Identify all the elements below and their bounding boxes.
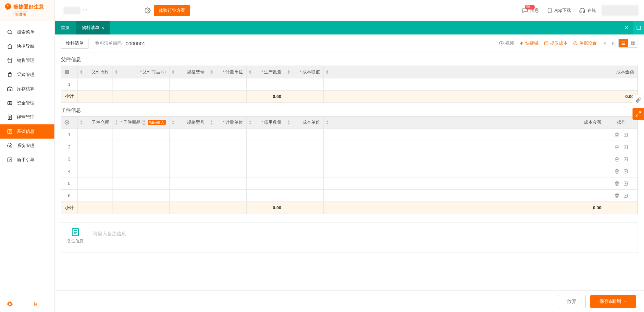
child-cell[interactable] — [169, 165, 208, 177]
child-row[interactable]: 3 — [61, 153, 638, 165]
delete-row-icon[interactable] — [615, 169, 619, 174]
gear-header[interactable] — [61, 66, 77, 78]
doc-settings-link[interactable]: 单据设置 — [573, 40, 597, 46]
parent-row[interactable]: 1 — [61, 78, 638, 90]
discard-button[interactable]: 放弃 — [558, 295, 586, 308]
add-row-icon[interactable] — [623, 145, 628, 149]
tabs-close-all[interactable] — [620, 21, 633, 34]
tab-close-icon[interactable]: × — [101, 25, 104, 30]
child-row[interactable]: 1 — [61, 129, 638, 141]
child-cell[interactable] — [77, 177, 113, 190]
child-cell[interactable] — [246, 129, 285, 141]
sidebar-item-8[interactable]: 系统管理 — [0, 139, 54, 153]
tab-current[interactable]: 物料清单 × — [76, 21, 110, 34]
child-cell[interactable] — [285, 165, 323, 177]
scan-badge[interactable]: 扫码录入 — [148, 120, 166, 125]
delete-row-icon[interactable] — [615, 193, 619, 198]
child-cell[interactable] — [246, 177, 285, 190]
child-cell[interactable] — [169, 153, 208, 165]
sidebar-item-1[interactable]: 快捷导航 — [0, 39, 54, 53]
child-cell[interactable] — [246, 153, 285, 165]
tab-home[interactable]: 首页 — [55, 21, 76, 34]
delete-row-icon[interactable] — [615, 157, 619, 162]
parent-cell[interactable] — [246, 78, 285, 90]
child-cell[interactable] — [285, 141, 323, 153]
user-avatar-blur[interactable] — [601, 5, 639, 16]
sidebar-item-3[interactable]: 采购管理 — [0, 68, 54, 82]
child-cell[interactable] — [246, 141, 285, 153]
child-cell[interactable] — [113, 190, 169, 202]
view-list-icon[interactable] — [619, 39, 628, 47]
child-cell[interactable] — [285, 177, 323, 190]
parent-header-0[interactable]: ▲▼父件仓库 — [77, 66, 113, 78]
child-cell[interactable] — [208, 141, 246, 153]
sub-tab[interactable]: 物料清单 — [61, 38, 89, 49]
child-cell[interactable] — [113, 177, 169, 190]
child-header-1[interactable]: ▲▼*子件商品?扫码录入 — [113, 117, 169, 129]
child-cell[interactable] — [77, 165, 113, 177]
add-row-icon[interactable] — [623, 157, 628, 162]
hotkey-link[interactable]: 快捷键 — [519, 40, 539, 46]
child-cell[interactable] — [323, 190, 605, 202]
child-cell[interactable] — [77, 190, 113, 202]
child-cell[interactable] — [169, 129, 208, 141]
child-row[interactable]: 5 — [61, 177, 638, 190]
child-header-5[interactable]: ▲▼成本单价 — [285, 117, 323, 129]
sidebar-item-2[interactable]: 销售管理 — [0, 53, 54, 68]
parent-cell[interactable] — [77, 78, 113, 90]
sidebar-item-6[interactable]: 经营管理 — [0, 110, 54, 124]
fullscreen-icon[interactable] — [633, 108, 644, 120]
sidebar-item-4[interactable]: 库存核算 — [0, 82, 54, 96]
prev-icon[interactable] — [602, 41, 608, 46]
add-row-icon[interactable] — [623, 181, 628, 186]
child-header-0[interactable]: ▲▼子件仓库 — [77, 117, 113, 129]
save-button[interactable]: 保存&新增 — [590, 295, 636, 308]
parent-cell[interactable] — [285, 78, 323, 90]
child-header-6[interactable]: ▲▼成本金额 — [323, 117, 605, 129]
child-cell[interactable] — [323, 153, 605, 165]
child-cell[interactable] — [246, 165, 285, 177]
child-header-2[interactable]: ▲▼规格型号 — [169, 117, 208, 129]
parent-header-3[interactable]: ▲▼*计量单位 — [208, 66, 246, 78]
support-button[interactable]: 在线 — [579, 7, 596, 14]
child-cell[interactable] — [208, 153, 246, 165]
child-cell[interactable] — [285, 190, 323, 202]
sidebar-item-9[interactable]: 新手引导 — [0, 153, 54, 167]
child-cell[interactable] — [113, 141, 169, 153]
parent-header-4[interactable]: ▲▼*生产数量 — [246, 66, 285, 78]
child-cell[interactable] — [208, 190, 246, 202]
view-grid-icon[interactable] — [628, 39, 638, 47]
collapse-icon[interactable] — [33, 301, 39, 307]
download-button[interactable]: App下载 — [547, 7, 571, 14]
child-row[interactable]: 6 — [61, 190, 638, 202]
sidebar-item-0[interactable]: 搜索菜单 — [0, 25, 54, 39]
tabs-expand[interactable] — [633, 21, 644, 34]
child-cell[interactable] — [169, 190, 208, 202]
child-cell[interactable] — [323, 165, 605, 177]
parent-cell[interactable] — [169, 78, 208, 90]
org-selector[interactable]: ﹀ — [60, 5, 141, 16]
messages-button[interactable]: 99 + 消息 — [522, 7, 539, 14]
child-cell[interactable] — [77, 129, 113, 141]
child-row[interactable]: 2 — [61, 141, 638, 153]
parent-header-5[interactable]: ▲▼*成本取值 — [285, 66, 323, 78]
child-cell[interactable] — [323, 141, 605, 153]
cta-button[interactable]: 体验行业方案 — [154, 5, 190, 16]
child-cell[interactable] — [77, 141, 113, 153]
child-header-3[interactable]: ▲▼*计量单位 — [208, 117, 246, 129]
child-cell[interactable] — [208, 129, 246, 141]
add-row-icon[interactable] — [623, 169, 628, 174]
delete-row-icon[interactable] — [615, 145, 619, 149]
parent-cell[interactable] — [208, 78, 246, 90]
child-cell[interactable] — [169, 177, 208, 190]
gear-header[interactable] — [61, 117, 77, 129]
remarks-input[interactable] — [92, 227, 631, 248]
help-icon[interactable]: ? — [161, 70, 166, 74]
parent-header-2[interactable]: ▲▼规格型号 — [169, 66, 208, 78]
parent-cell[interactable] — [113, 78, 169, 90]
parent-header-6[interactable]: ▲▼成本金额 — [323, 66, 638, 78]
child-cell[interactable] — [246, 190, 285, 202]
sidebar-item-7[interactable]: 基础信息 — [0, 124, 54, 139]
child-cell[interactable] — [113, 129, 169, 141]
child-cell[interactable] — [208, 177, 246, 190]
